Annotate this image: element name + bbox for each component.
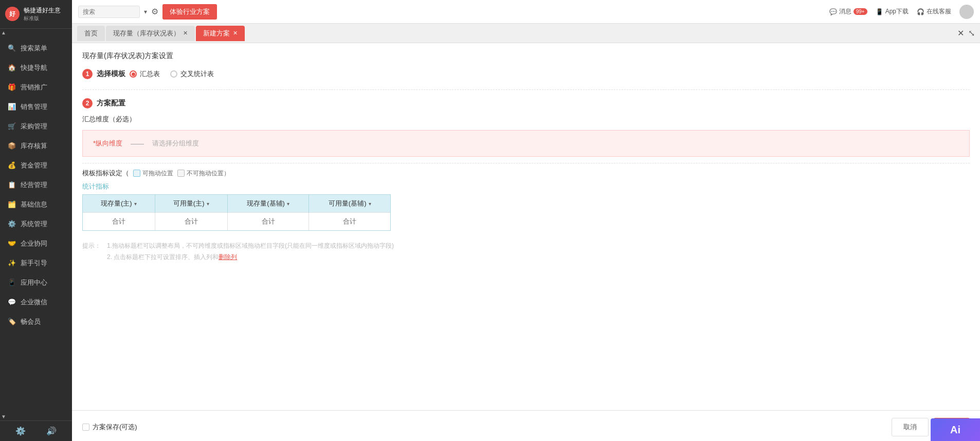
col-header-1[interactable]: 可用量(主) ▾ bbox=[155, 195, 227, 213]
folder-icon: 🗂️ bbox=[7, 200, 16, 209]
sidebar-item-sales[interactable]: 📊 销售管理 bbox=[0, 97, 72, 117]
sidebar-item-contract[interactable]: 🤝 企业协同 bbox=[0, 234, 72, 253]
headset-icon: 🎧 bbox=[917, 8, 924, 15]
col-header-0[interactable]: 现存量(主) ▾ bbox=[83, 195, 155, 213]
app-logo-icon: 好 bbox=[5, 7, 20, 21]
sidebar-label-appcenter: 应用中心 bbox=[21, 278, 47, 287]
radio-dot-crosstab bbox=[170, 70, 177, 78]
sidebar-item-appcenter[interactable]: 📱 应用中心 bbox=[0, 273, 72, 292]
col-header-2[interactable]: 现存量(基辅) ▾ bbox=[227, 195, 309, 213]
handshake-icon: 🤝 bbox=[7, 239, 16, 248]
tips-section: 提示： 1.拖动标题栏可以调整布局，不可跨维度或指标区域拖动栏目字段(只能在同一… bbox=[82, 241, 970, 263]
non-draggable-label: 不可拖动位置） bbox=[187, 169, 230, 178]
settings-footer-button[interactable]: ⚙️ bbox=[15, 426, 26, 436]
phone-icon: 📱 bbox=[7, 278, 16, 287]
page-title: 现存量(库存状况表)方案设置 bbox=[82, 51, 970, 61]
step2-badge: 2 bbox=[82, 98, 93, 108]
radio-summary[interactable]: 汇总表 bbox=[130, 69, 160, 79]
tag-icon: 🏷️ bbox=[7, 317, 16, 326]
tip-1: 提示： 1.拖动标题栏可以调整布局，不可跨维度或指标区域拖动栏目字段(只能在同一… bbox=[82, 241, 970, 252]
tab-inventory-close[interactable]: ✕ bbox=[183, 30, 188, 36]
app-download-button[interactable]: 📱 App下载 bbox=[876, 7, 909, 16]
app-version: 标准版 bbox=[24, 15, 61, 22]
vertical-dim-label: *纵向维度 bbox=[93, 139, 122, 148]
draggable-label: 可拖动位置 bbox=[142, 169, 173, 178]
topbar-settings-button[interactable]: ⚙ bbox=[151, 7, 158, 16]
clipboard-icon: 📋 bbox=[7, 180, 16, 190]
radio-summary-label: 汇总表 bbox=[140, 69, 160, 79]
sidebar-item-wechat[interactable]: 💬 企业微信 bbox=[0, 292, 72, 312]
sidebar-logo: 好 畅捷通好生意 标准版 bbox=[0, 0, 72, 29]
sidebar-item-finance[interactable]: 💰 资金管理 bbox=[0, 156, 72, 175]
sidebar-item-inventory[interactable]: 📦 库存核算 bbox=[0, 136, 72, 156]
step1-badge: 1 bbox=[82, 69, 93, 79]
topbar-right: 💬 消息 99+ 📱 App下载 🎧 在线客服 bbox=[829, 5, 974, 19]
legend-nondraggable: 不可拖动位置） bbox=[177, 169, 230, 178]
cancel-button[interactable]: 取消 bbox=[892, 418, 929, 436]
save-option[interactable]: 方案保存(可选) bbox=[82, 422, 137, 432]
col-header-3[interactable]: 可用量(基辅) ▾ bbox=[309, 195, 390, 213]
delete-col-link[interactable]: 删除列 bbox=[219, 253, 237, 261]
message-icon: 💬 bbox=[829, 8, 837, 15]
sidebar-item-system[interactable]: ⚙️ 系统管理 bbox=[0, 214, 72, 234]
stats-title: 统计指标 bbox=[82, 182, 970, 191]
sidebar-item-guide[interactable]: ✨ 新手引导 bbox=[0, 253, 72, 273]
close-panel-button[interactable]: ✕ bbox=[957, 28, 964, 38]
phone-download-icon: 📱 bbox=[876, 8, 883, 15]
radio-crosstab[interactable]: 交叉统计表 bbox=[170, 69, 214, 79]
box-icon: 📦 bbox=[7, 141, 16, 151]
trial-plan-button[interactable]: 体验行业方案 bbox=[162, 4, 217, 20]
sidebar-item-quicknav[interactable]: 🏠 快捷导航 bbox=[0, 58, 72, 78]
col2-chevron: ▾ bbox=[287, 201, 289, 207]
col0-chevron: ▾ bbox=[134, 201, 137, 207]
content-inner: 现存量(库存状况表)方案设置 1 选择模板 汇总表 交叉统计表 bbox=[72, 43, 980, 410]
topbar-dropdown-button[interactable]: ▾ bbox=[144, 8, 147, 15]
expand-panel-button[interactable]: ⤡ bbox=[968, 28, 975, 38]
window-controls: ✕ ⤡ bbox=[957, 28, 975, 38]
sidebar-label-inventory: 库存核算 bbox=[21, 141, 47, 151]
step1-header: 1 选择模板 汇总表 交叉统计表 bbox=[82, 69, 970, 79]
tab-new-plan-close[interactable]: ✕ bbox=[233, 30, 238, 36]
save-option-label: 方案保存(可选) bbox=[93, 422, 137, 432]
sidebar-label-finance: 资金管理 bbox=[21, 161, 47, 170]
sidebar-item-purchase[interactable]: 🛒 采购管理 bbox=[0, 117, 72, 136]
sidebar-item-basic[interactable]: 🗂️ 基础信息 bbox=[0, 195, 72, 214]
dimension-row[interactable]: *纵向维度 —— 请选择分组维度 bbox=[82, 130, 970, 157]
sidebar-scroll-up[interactable]: ▲ bbox=[0, 29, 72, 36]
ai-badge[interactable]: Ai bbox=[931, 418, 980, 441]
draggable-box bbox=[133, 170, 140, 177]
save-checkbox[interactable] bbox=[82, 424, 89, 431]
topbar-search-input[interactable] bbox=[78, 6, 140, 18]
sidebar-label-quicknav: 快捷导航 bbox=[21, 63, 47, 72]
sidebar-label-search: 搜索菜单 bbox=[21, 44, 47, 53]
tab-new-plan[interactable]: 新建方案 ✕ bbox=[196, 26, 245, 41]
col3-chevron: ▾ bbox=[369, 201, 371, 207]
tab-inventory-status[interactable]: 现存量（库存状况表） ✕ bbox=[106, 26, 195, 41]
sidebar-label-basic: 基础信息 bbox=[21, 200, 47, 209]
tab-home[interactable]: 首页 bbox=[77, 26, 105, 41]
template-options: 汇总表 交叉统计表 bbox=[130, 69, 214, 79]
search-icon: 🔍 bbox=[7, 44, 16, 53]
stat-table: 现存量(主) ▾ 可用量(主) ▾ bbox=[83, 195, 390, 230]
sidebar-scroll-down[interactable]: ▼ bbox=[0, 413, 72, 420]
indicator-settings: 模板指标设定（ 可拖动位置 不可拖动位置） 统计指标 bbox=[82, 163, 970, 232]
sidebar-item-operation[interactable]: 📋 经营管理 bbox=[0, 175, 72, 195]
sidebar-label-system: 系统管理 bbox=[21, 219, 47, 229]
sidebar-label-member: 畅会员 bbox=[21, 317, 41, 326]
message-button[interactable]: 💬 消息 99+ bbox=[829, 7, 867, 16]
cart-icon: 🛒 bbox=[7, 122, 16, 131]
sound-footer-button[interactable]: 🔊 bbox=[46, 426, 57, 436]
sidebar-item-search[interactable]: 🔍 搜索菜单 bbox=[0, 39, 72, 58]
cell-0-1: 合计 bbox=[155, 213, 227, 231]
sidebar-item-member[interactable]: 🏷️ 畅会员 bbox=[0, 312, 72, 332]
user-avatar[interactable] bbox=[959, 5, 974, 19]
online-service-button[interactable]: 🎧 在线客服 bbox=[917, 7, 951, 16]
tab-inventory-label: 现存量（库存状况表） bbox=[113, 29, 180, 38]
sidebar-footer: ⚙️ 🔊 bbox=[0, 420, 72, 441]
message-label: 消息 bbox=[839, 7, 851, 16]
non-draggable-box bbox=[177, 170, 185, 177]
sidebar-label-purchase: 采购管理 bbox=[21, 122, 47, 131]
indicator-settings-text: 模板指标设定（ bbox=[82, 169, 129, 178]
message-badge: 99+ bbox=[854, 8, 867, 15]
sidebar-item-marketing[interactable]: 🎁 营销推广 bbox=[0, 78, 72, 97]
